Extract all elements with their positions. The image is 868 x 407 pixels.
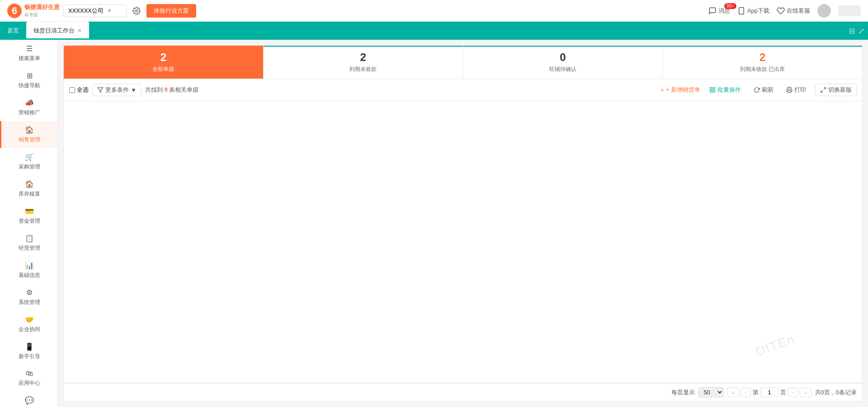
avatar[interactable]: [817, 4, 831, 18]
sales-icon: 🏠: [25, 126, 34, 134]
sidebar-label-sales: 销售管理: [19, 136, 40, 144]
tab-close-icon[interactable]: ✕: [77, 28, 82, 34]
stats-row: 2 全部单据 2 到期未收款 0 旺辅待确认 2 到期未收款 已出库: [63, 45, 863, 79]
sidebar-item-operation[interactable]: 📋 经营管理: [0, 229, 57, 257]
filter-button[interactable]: 更多条件 ▼: [92, 84, 142, 96]
svg-point-0: [136, 9, 138, 12]
trial-button[interactable]: 体验行业方案: [146, 4, 196, 18]
prev-page-button[interactable]: ‹: [741, 388, 751, 397]
stat-overdue[interactable]: 2 到期未收款: [264, 46, 463, 79]
online-service-label: 在线客服: [787, 7, 810, 15]
tab-qhrc-label: 钱货日清工作台: [33, 27, 75, 35]
batch-op-button[interactable]: 批量操作: [706, 84, 745, 96]
page-suffix-label: 页: [780, 388, 786, 397]
sidebar-label-finance: 资金管理: [19, 217, 40, 225]
username-display: [838, 5, 861, 16]
guide-icon: 📱: [25, 342, 34, 351]
sidebar-item-finance[interactable]: 💳 资金管理: [0, 202, 57, 229]
stat-all-number: 2: [160, 51, 166, 64]
select-all-input[interactable]: [69, 87, 75, 93]
pagination: 每页显示 50 100 200 « ‹ 第 页 › » 共0页，0条记录: [63, 383, 863, 402]
filter-label: 更多条件: [105, 86, 129, 94]
stat-overdue-number: 2: [360, 51, 366, 64]
avatar-image: [817, 4, 831, 18]
stat-all-label: 全部单据: [152, 65, 174, 73]
sidebar-label-operation: 经营管理: [19, 244, 40, 252]
cooperation-icon: 🤝: [25, 315, 34, 324]
svg-rect-8: [788, 90, 791, 93]
current-page-input[interactable]: [760, 388, 778, 397]
purchase-icon: 🛒: [25, 153, 34, 161]
sidebar-label-inventory: 库存核算: [19, 190, 40, 198]
sidebar-item-guide[interactable]: 📱 新手引导: [0, 338, 57, 365]
corpwechat-icon: 💬: [25, 396, 34, 405]
refresh-button[interactable]: 刷新: [750, 84, 777, 96]
found-count: 0: [165, 86, 168, 93]
sidebar-label-system: 系统管理: [19, 299, 40, 306]
svg-rect-7: [710, 90, 712, 92]
online-service-button[interactable]: 在线客服: [777, 7, 810, 15]
brand-info: 畅捷通好生意 标准版: [24, 3, 60, 18]
appcenter-icon: 🛍: [26, 370, 33, 378]
sidebar-item-appcenter[interactable]: 🛍 应用中心: [0, 365, 57, 392]
sidebar-label-purchase: 采购管理: [19, 163, 40, 171]
sidebar-item-baseinfo[interactable]: 📊 基础信息: [0, 257, 57, 284]
page-nav: « ‹ 第 页 › »: [727, 388, 811, 397]
stat-shipped[interactable]: 2 到期未收款 已出库: [663, 46, 862, 79]
svg-rect-4: [710, 88, 712, 89]
stat-shipped-number: 2: [760, 51, 765, 64]
marketing-icon: 📣: [25, 98, 34, 107]
stat-all[interactable]: 2 全部单据: [64, 46, 264, 79]
finance-icon: 💳: [25, 207, 34, 215]
sidebar: ☰ 搜索菜单 ⊞ 快捷导航 📣 营销推广 🏠 销售管理 🛒 采购管理 🏠 库存核…: [0, 40, 58, 407]
stat-wangpu[interactable]: 0 旺辅待确认: [463, 46, 663, 79]
found-prefix: 共找到 0 条相关单据: [145, 86, 198, 94]
sidebar-label-cooperation: 企业协同: [19, 326, 40, 333]
sidebar-label-search: 搜索菜单: [19, 55, 40, 62]
sidebar-item-corpwechat[interactable]: 💬 企业微信: [0, 392, 57, 407]
tab-qhrc[interactable]: 钱货日清工作台 ✕: [26, 22, 89, 40]
quicknav-icon: ⊞: [27, 71, 33, 80]
new-sale-button[interactable]: + + 新增销货单: [660, 86, 700, 94]
last-page-button[interactable]: »: [800, 388, 811, 397]
settings-button[interactable]: [130, 5, 143, 17]
svg-marker-3: [98, 88, 103, 93]
per-page-select[interactable]: 50 100 200: [698, 387, 724, 398]
sidebar-item-inventory[interactable]: 🏠 库存核算: [0, 175, 57, 202]
sidebar-label-baseinfo: 基础信息: [19, 271, 40, 279]
app-download-button[interactable]: App下载: [737, 7, 769, 15]
brand-name: 畅捷通好生意: [24, 3, 60, 11]
logo-icon: 6: [7, 4, 22, 18]
new-sale-icon: +: [660, 87, 664, 94]
company-selector[interactable]: XXXXXX公司 ▼: [63, 5, 127, 17]
sidebar-item-marketing[interactable]: 📣 营销推广: [0, 94, 57, 121]
print-button[interactable]: 打印: [783, 84, 810, 96]
sidebar-label-guide: 新手引导: [19, 353, 40, 360]
chevron-down-icon: ▼: [107, 8, 112, 13]
first-page-button[interactable]: «: [727, 388, 739, 397]
sidebar-item-purchase[interactable]: 🛒 采购管理: [0, 148, 57, 175]
svg-rect-5: [713, 88, 715, 89]
select-all-checkbox[interactable]: 全选: [69, 86, 89, 94]
tab-home[interactable]: 首页: [0, 22, 26, 40]
search-menu-icon: ☰: [26, 44, 33, 53]
message-button[interactable]: 消息 99+: [708, 7, 730, 15]
sidebar-item-cooperation[interactable]: 🤝 企业协同: [0, 311, 57, 338]
sidebar-item-quicknav[interactable]: ⊞ 快捷导航: [0, 67, 57, 94]
toolbar-right: + + 新增销货单 批量操作 刷新 打印 切换新版: [660, 84, 857, 96]
switch-version-button[interactable]: 切换新版: [815, 84, 857, 96]
stat-overdue-label: 到期未收款: [349, 65, 377, 73]
next-page-button[interactable]: ›: [788, 388, 798, 397]
sidebar-item-sales[interactable]: 🏠 销售管理: [0, 121, 57, 148]
svg-rect-6: [713, 90, 715, 92]
tab-expand-button[interactable]: ⤢: [859, 27, 864, 35]
tab-bar-actions: ⊟ ⤢: [849, 27, 868, 35]
operation-icon: 📋: [25, 234, 34, 243]
stat-wangpu-number: 0: [560, 51, 566, 64]
company-name: XXXXXX公司: [68, 7, 104, 15]
sidebar-item-search[interactable]: ☰ 搜索菜单: [0, 40, 57, 67]
sidebar-item-system[interactable]: ⚙ 系统管理: [0, 284, 57, 311]
tab-minimize-button[interactable]: ⊟: [849, 27, 855, 35]
filter-chevron-icon: ▼: [131, 87, 137, 94]
toolbar: 全选 更多条件 ▼ 共找到 0 条相关单据 + + 新增销货单 批量操作: [63, 79, 863, 101]
